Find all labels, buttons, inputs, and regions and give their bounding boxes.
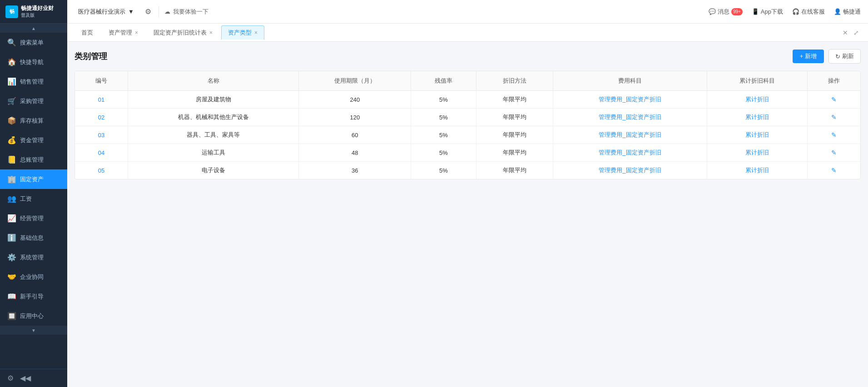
sidebar-item-ledger[interactable]: 📒 总账管理 bbox=[0, 150, 67, 169]
system-icon: ⚙️ bbox=[7, 253, 15, 262]
cell-method: 年限平均 bbox=[476, 144, 553, 162]
sidebar-item-label: 采购管理 bbox=[20, 97, 44, 105]
sidebar-item-finance[interactable]: 💰 资金管理 bbox=[0, 130, 67, 150]
cell-period: 48 bbox=[299, 144, 411, 162]
messages-label: 消息 bbox=[718, 8, 729, 16]
tab-asset-mgmt[interactable]: 资产管理 × bbox=[102, 25, 145, 40]
scroll-down-arrow[interactable]: ▼ bbox=[0, 326, 67, 335]
sidebar-item-label: 库存核算 bbox=[20, 117, 44, 125]
cell-action[interactable]: ✎ bbox=[807, 144, 860, 162]
tab-close-icon[interactable]: × bbox=[209, 30, 213, 36]
online-service-button[interactable]: 🎧 在线客服 bbox=[792, 8, 825, 16]
payroll-icon: 👥 bbox=[7, 194, 15, 203]
sidebar-item-payroll[interactable]: 👥 工资 bbox=[0, 189, 67, 208]
sidebar-item-fixed[interactable]: 🏢 固定资产 bbox=[0, 169, 67, 189]
refresh-icon: ↻ bbox=[835, 53, 840, 60]
sidebar-item-label: 基础信息 bbox=[20, 234, 44, 242]
tab-close-icon[interactable]: × bbox=[254, 30, 258, 36]
topbar: 医疗器械行业演示 ▼ ⚙ ☁ 我要体验一下 💬 消息 99+ 📱 App下载 🎧… bbox=[67, 0, 868, 24]
cell-name: 机器、机械和其他生产设备 bbox=[128, 109, 298, 126]
cell-period: 60 bbox=[299, 126, 411, 144]
edit-icon[interactable]: ✎ bbox=[831, 131, 837, 139]
sidebar-item-operations[interactable]: 📈 经营管理 bbox=[0, 208, 67, 228]
sidebar-item-basic[interactable]: ℹ️ 基础信息 bbox=[0, 228, 67, 248]
inventory-icon: 📦 bbox=[7, 116, 15, 125]
col-name: 名称 bbox=[128, 71, 298, 91]
edit-icon[interactable]: ✎ bbox=[831, 167, 837, 174]
cell-action[interactable]: ✎ bbox=[807, 126, 860, 144]
sidebar-item-label: 资金管理 bbox=[20, 136, 44, 144]
cell-name: 房屋及建筑物 bbox=[128, 91, 298, 109]
table-row: 03 器具、工具、家具等 60 5% 年限平均 管理费用_固定资产折旧 累计折旧… bbox=[75, 126, 860, 144]
sidebar-item-guide[interactable]: 📖 新手引导 bbox=[0, 287, 67, 306]
sidebar-item-apps[interactable]: 🔲 应用中心 bbox=[0, 306, 67, 326]
sidebar-item-sales[interactable]: 📊 销售管理 bbox=[0, 72, 67, 91]
operations-icon: 📈 bbox=[7, 214, 15, 223]
phone-icon: 📱 bbox=[752, 8, 759, 15]
finance-icon: 💰 bbox=[7, 136, 15, 144]
company-selector[interactable]: 医疗器械行业演示 ▼ bbox=[74, 6, 138, 18]
purchase-icon: 🛒 bbox=[7, 97, 15, 105]
sidebar-bottom: ⚙ ◀◀ bbox=[0, 369, 67, 387]
edit-icon[interactable]: ✎ bbox=[831, 96, 837, 103]
main-area: 医疗器械行业演示 ▼ ⚙ ☁ 我要体验一下 💬 消息 99+ 📱 App下载 🎧… bbox=[67, 0, 868, 387]
home-icon: 🏠 bbox=[7, 58, 15, 66]
sidebar-item-label: 搜索菜单 bbox=[20, 39, 44, 47]
table-row: 04 运输工具 48 5% 年限平均 管理费用_固定资产折旧 累计折旧 ✎ bbox=[75, 144, 860, 162]
cell-expense: 管理费用_固定资产折旧 bbox=[553, 109, 707, 126]
cell-action[interactable]: ✎ bbox=[807, 162, 860, 179]
cell-name: 运输工具 bbox=[128, 144, 298, 162]
cell-id: 02 bbox=[75, 109, 128, 126]
fixed-asset-icon: 🏢 bbox=[7, 175, 15, 184]
header-actions: + 新增 ↻ 刷新 bbox=[793, 49, 861, 64]
refresh-button[interactable]: ↻ 刷新 bbox=[828, 49, 861, 64]
window-close-icon[interactable]: ✕ bbox=[841, 28, 850, 37]
sidebar-item-enterprise[interactable]: 🤝 企业协同 bbox=[0, 267, 67, 287]
settings-gear-icon[interactable]: ⚙ bbox=[143, 5, 153, 18]
user-name: 畅捷通 bbox=[843, 8, 861, 16]
tab-home[interactable]: 首页 bbox=[74, 25, 100, 40]
sidebar-item-search[interactable]: 🔍 搜索菜单 bbox=[0, 33, 67, 52]
cell-action[interactable]: ✎ bbox=[807, 91, 860, 109]
dropdown-icon: ▼ bbox=[128, 8, 134, 15]
sidebar-item-label: 应用中心 bbox=[20, 312, 44, 320]
app-download-button[interactable]: 📱 App下载 bbox=[752, 8, 783, 16]
settings-icon[interactable]: ⚙ bbox=[7, 374, 14, 382]
edit-icon[interactable]: ✎ bbox=[831, 149, 837, 156]
cell-action[interactable]: ✎ bbox=[807, 109, 860, 126]
tab-asset-type[interactable]: 资产类型 × bbox=[221, 25, 264, 40]
cell-accumulated: 累计折旧 bbox=[707, 91, 807, 109]
tab-close-icon[interactable]: × bbox=[135, 30, 138, 36]
sidebar-item-label: 工资 bbox=[20, 195, 32, 203]
user-icon: 👤 bbox=[834, 8, 841, 15]
sidebar-item-system[interactable]: ⚙️ 系统管理 bbox=[0, 248, 67, 267]
app-download-label: App下载 bbox=[761, 8, 783, 16]
headset-icon: 🎧 bbox=[792, 8, 799, 15]
edit-icon[interactable]: ✎ bbox=[831, 114, 837, 121]
new-button[interactable]: + 新增 bbox=[793, 50, 824, 63]
user-menu[interactable]: 👤 畅捷通 bbox=[834, 8, 861, 16]
page-content: 类别管理 + 新增 ↻ 刷新 编号 名称 使用期限（月） 残值率 折旧方法 bbox=[67, 42, 868, 387]
cell-accumulated: 累计折旧 bbox=[707, 126, 807, 144]
cell-expense: 管理费用_固定资产折旧 bbox=[553, 144, 707, 162]
sidebar-item-label: 系统管理 bbox=[20, 253, 44, 262]
enterprise-icon: 🤝 bbox=[7, 273, 15, 281]
tab-fixed-depreciation[interactable]: 固定资产折旧统计表 × bbox=[147, 25, 219, 40]
col-accumulated: 累计折旧科目 bbox=[707, 71, 807, 91]
window-expand-icon[interactable]: ⤢ bbox=[852, 28, 861, 37]
cell-expense: 管理费用_固定资产折旧 bbox=[553, 91, 707, 109]
sidebar-item-label: 新手引导 bbox=[20, 293, 44, 301]
cell-id: 01 bbox=[75, 91, 128, 109]
table-row: 05 电子设备 36 5% 年限平均 管理费用_固定资产折旧 累计折旧 ✎ bbox=[75, 162, 860, 179]
sidebar: 畅 畅捷通好业财 普及版 ▲ 🔍 搜索菜单 🏠 快捷导航 📊 销售管理 🛒 采购… bbox=[0, 0, 67, 387]
messages-button[interactable]: 💬 消息 99+ bbox=[709, 8, 743, 16]
sidebar-item-quicknav[interactable]: 🏠 快捷导航 bbox=[0, 52, 67, 72]
collapse-icon[interactable]: ◀◀ bbox=[20, 374, 31, 382]
experience-button[interactable]: ☁ 我要体验一下 bbox=[164, 8, 208, 16]
sidebar-item-purchase[interactable]: 🛒 采购管理 bbox=[0, 91, 67, 111]
scroll-up-arrow[interactable]: ▲ bbox=[0, 24, 67, 33]
guide-icon: 📖 bbox=[7, 292, 15, 301]
tab-label: 首页 bbox=[81, 29, 93, 37]
sidebar-item-inventory[interactable]: 📦 库存核算 bbox=[0, 111, 67, 130]
sidebar-item-label: 经营管理 bbox=[20, 214, 44, 223]
